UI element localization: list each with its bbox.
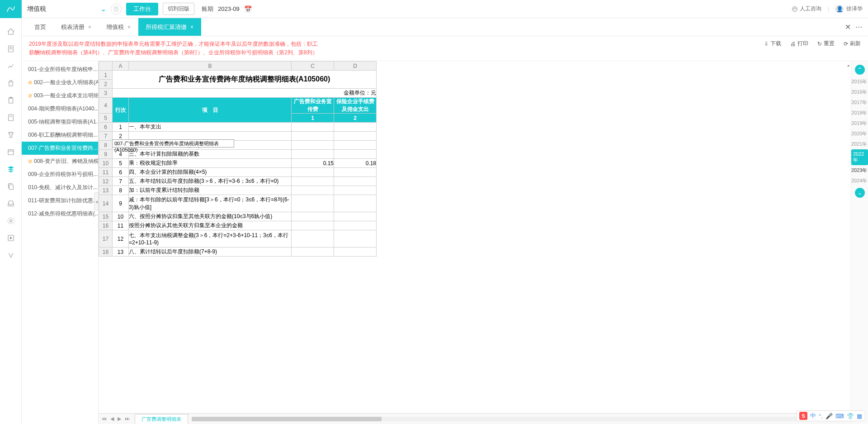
ime-toolbar[interactable]: S 中 °, 🎤 ⌨ 👕 ▦	[796, 410, 865, 421]
form-list-item[interactable]: 005-纳税调整项目明细表(A1...	[22, 115, 98, 129]
refresh-button[interactable]: ⟳ 刷新	[844, 40, 861, 48]
app-logo[interactable]	[0, 0, 22, 18]
ime-keyboard-icon[interactable]: ⌨	[835, 413, 844, 419]
formula-input[interactable]: 007-广告费和业务宣传费跨年度纳税调整明细表(A105060)	[112, 139, 234, 148]
form-list-item[interactable]: 012-减免所得税优惠明细表(...	[22, 207, 98, 220]
form-list-item[interactable]: 011-研发费用加计扣除优惠...	[22, 194, 98, 207]
inbox-icon[interactable]	[6, 199, 15, 208]
svg-point-10	[9, 220, 12, 222]
tab-增值税[interactable]: 增值税×	[99, 18, 138, 36]
year-down-icon[interactable]: ⌄	[855, 188, 865, 198]
year-item[interactable]: 2018年	[851, 108, 868, 118]
home-icon[interactable]	[6, 27, 15, 36]
svg-rect-9	[9, 185, 13, 190]
v-icon[interactable]	[6, 251, 15, 260]
calendar-icon[interactable]	[6, 148, 15, 157]
period-label: 账期	[202, 5, 213, 13]
ime-grid-icon[interactable]: ▦	[857, 413, 862, 419]
year-item[interactable]: 2021年	[851, 139, 868, 149]
gear-icon[interactable]	[6, 216, 15, 225]
sheet-next-icon[interactable]: ▶	[116, 416, 123, 422]
year-item[interactable]: 2019年	[851, 118, 868, 129]
tab-税表清册[interactable]: 税表清册×	[54, 18, 99, 36]
spreadsheet-table[interactable]: ABCD1广告费和业务宣传费跨年度纳税调整明细表(A105060)23金额单位：…	[99, 61, 377, 257]
form-list-item[interactable]: 010-免税、减计收入及加计...	[22, 181, 98, 194]
warning-icon: ⊘	[28, 93, 32, 99]
calendar-icon[interactable]: 📅	[244, 5, 252, 13]
close-tab-icon[interactable]: ✕	[845, 23, 851, 31]
year-item[interactable]: 2016年	[851, 87, 868, 97]
year-item[interactable]: 2024年	[851, 176, 868, 186]
close-icon[interactable]: ×	[127, 24, 131, 30]
copy-icon[interactable]	[6, 182, 15, 191]
year-selector-rail: ⌃ 2015年2016年2017年2018年2019年2020年2021年202…	[851, 61, 868, 424]
stack-icon[interactable]	[6, 165, 15, 174]
warning-notice: 2019年度涉及取以前年度结转数据的申报表单元格需要手工维护正确，才能保证本年及…	[29, 40, 323, 57]
form-list-item[interactable]: 009-企业所得税弥补亏损明...	[22, 168, 98, 181]
page-tabs: 首页税表清册×增值税×所得税汇算清缴× ✕ ⋯	[22, 18, 868, 36]
sheet-prev-icon[interactable]: ◀	[109, 416, 115, 422]
tabs-more-icon[interactable]: ⋯	[855, 23, 863, 31]
history-button[interactable]	[111, 4, 122, 14]
warning-icon: ⊘	[28, 80, 32, 86]
form-list-item[interactable]: 006-职工薪酬纳税调整明细...	[22, 129, 98, 142]
horizontal-scrollbar[interactable]	[192, 417, 847, 421]
form-list-item[interactable]: 007-广告费和业务宣传费跨...	[22, 142, 98, 155]
sheet-first-icon[interactable]: ⏮	[100, 416, 108, 422]
warning-icon: ⊘	[28, 158, 32, 164]
close-icon[interactable]: ×	[190, 24, 193, 30]
close-icon[interactable]: ×	[88, 24, 91, 30]
bag-icon[interactable]	[6, 79, 15, 88]
user-menu[interactable]: 👤 徐泽华	[835, 5, 863, 13]
svg-rect-5	[8, 114, 13, 121]
top-bar: 增值税 ⌄ 工作台 切到旧版 账期 2023-09 📅 人工咨询 | 👤 徐泽华	[22, 0, 868, 18]
switch-old-button[interactable]: 切到旧版	[163, 3, 194, 15]
form-list-item[interactable]: 001-企业所得税年度纳税申...	[22, 63, 98, 76]
tab-首页[interactable]: 首页	[27, 18, 54, 36]
year-item[interactable]: 2020年	[851, 129, 868, 139]
year-item[interactable]: 2022年	[851, 149, 868, 165]
chevron-down-icon: ⌄	[100, 5, 106, 13]
period-value[interactable]: 2023-09	[218, 5, 240, 12]
print-button[interactable]: 🖨 打印	[790, 40, 808, 48]
year-item[interactable]: 2017年	[851, 97, 868, 108]
year-up-icon[interactable]: ⌃	[855, 65, 865, 75]
collapse-sidebar-handle[interactable]: ◂	[94, 192, 99, 210]
doc-icon[interactable]	[6, 44, 15, 53]
form-list-item[interactable]: ⊘003-一般企业成本支出明细...	[22, 89, 98, 102]
ime-skin-icon[interactable]: 👕	[847, 413, 854, 419]
calc-icon[interactable]	[6, 113, 15, 122]
shirt-icon[interactable]	[6, 130, 15, 139]
spreadsheet-area: ▸ ABCD1广告费和业务宣传费跨年度纳税调整明细表(A105060)23金额单…	[99, 61, 851, 424]
form-list-sidebar: 001-企业所得税年度纳税申...⊘002-一般企业收入明细表(A...⊘003…	[22, 61, 99, 424]
ime-lang-label: 中	[810, 412, 816, 420]
tax-type-label: 增值税	[27, 5, 46, 13]
reset-button[interactable]: ↻ 重置	[817, 40, 835, 48]
chart-icon[interactable]	[6, 62, 15, 71]
tax-type-dropdown[interactable]: 增值税 ⌄	[27, 5, 106, 13]
download-button[interactable]: ⇩ 下载	[764, 40, 781, 48]
left-nav-rail	[0, 0, 22, 424]
tab-所得税汇算清缴[interactable]: 所得税汇算清缴×	[138, 18, 201, 36]
svg-rect-7	[8, 150, 14, 155]
ime-badge-icon: S	[799, 412, 807, 420]
sheet-tab-bar: ⏮ ◀ ▶ ⏭ 广宣费调整明细表	[99, 413, 851, 424]
form-list-item[interactable]: ⊘002-一般企业收入明细表(A...	[22, 76, 98, 89]
svg-point-15	[793, 6, 797, 11]
clipboard-icon[interactable]	[6, 96, 15, 105]
play-icon[interactable]	[6, 233, 15, 243]
ime-punct-icon[interactable]: °,	[819, 413, 823, 419]
year-item[interactable]: 2023年	[851, 165, 868, 176]
ime-mic-icon[interactable]: 🎤	[826, 413, 833, 419]
sheet-last-icon[interactable]: ⏭	[123, 416, 131, 422]
consult-link[interactable]: 人工咨询	[792, 5, 821, 13]
avatar-icon: 👤	[835, 5, 844, 13]
form-list-item[interactable]: ⊘008-资产折旧、摊销及纳税...	[22, 155, 98, 168]
year-item[interactable]: 2015年	[851, 76, 868, 87]
form-list-item[interactable]: 004-期间费用明细表(A1040...	[22, 102, 98, 115]
sheet-tab[interactable]: 广宣费调整明细表	[135, 414, 188, 424]
workspace-button[interactable]: 工作台	[126, 3, 158, 15]
